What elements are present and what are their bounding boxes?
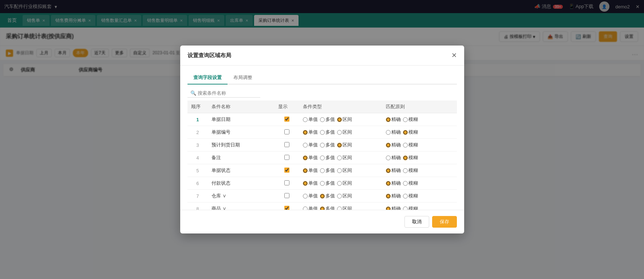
- modal-header: 设置查询区域布局 ✕: [180, 46, 464, 66]
- modal-overlay: 设置查询区域布局 ✕ 查询字段设置 布局调整 🔍 顺序: [0, 0, 644, 80]
- settings-modal: 设置查询区域布局 ✕ 查询字段设置 布局调整 🔍 顺序: [180, 46, 464, 80]
- modal-title: 设置查询区域布局: [187, 52, 231, 59]
- modal-close-btn[interactable]: ✕: [451, 51, 457, 59]
- tab-layout-adjust[interactable]: 布局调整: [228, 71, 258, 80]
- modal-body: 查询字段设置 布局调整 🔍 顺序 条件名称 显示 条件类型: [180, 66, 464, 80]
- tab-query-fields[interactable]: 查询字段设置: [187, 71, 228, 80]
- modal-tabs: 查询字段设置 布局调整: [187, 71, 457, 80]
